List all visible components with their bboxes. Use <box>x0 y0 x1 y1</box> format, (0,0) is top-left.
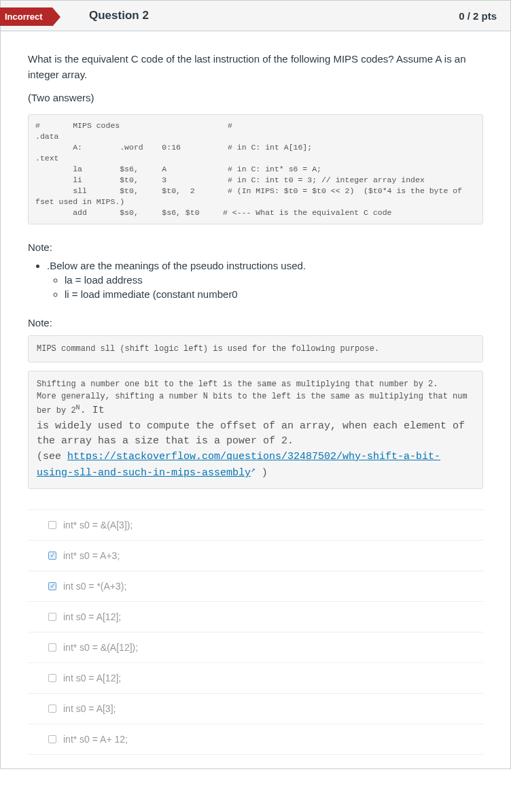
sll-explanation-box: Shifting a number one bit to the left is… <box>28 371 483 489</box>
pseudo-la: la = load address <box>65 274 483 286</box>
pseudo-li: li = load immediate (constant number0 <box>65 288 483 300</box>
shift-line-3a: ber by 2 <box>37 406 76 416</box>
shift-big-2a: (see <box>37 451 67 462</box>
shift-line-3b: . It <box>80 405 105 416</box>
answer-option[interactable]: int* s0 = A+3; <box>28 541 483 571</box>
mips-code-block: # MIPS codes # .data A: .word 0:16 # in … <box>28 114 483 225</box>
answer-label: int s0 = A[3]; <box>63 703 116 714</box>
answer-option[interactable]: int* s0 = A+ 12; <box>28 724 483 755</box>
answer-option[interactable]: int s0 = A[12]; <box>28 602 483 632</box>
checkbox-icon <box>48 521 56 529</box>
note-2-heading: Note: <box>28 317 483 328</box>
answer-label: int* s0 = A+3; <box>63 550 120 561</box>
answer-option[interactable]: int s0 = A[12]; <box>28 663 483 694</box>
question-title: Question 2 <box>89 9 149 22</box>
answer-label: int s0 = *(A+3); <box>63 581 126 592</box>
sll-purpose-box: MIPS command sll (shift logic left) is u… <box>28 335 483 362</box>
note-1-heading: Note: <box>28 241 483 253</box>
answer-option[interactable]: int s0 = A[3]; <box>28 694 483 724</box>
prompt-line-2: (Two answers) <box>28 90 483 106</box>
answer-label: int* s0 = &(A[12]); <box>63 642 138 653</box>
answer-label: int* s0 = A+ 12; <box>63 734 128 745</box>
answer-label: int s0 = A[12]; <box>63 611 121 622</box>
checkbox-icon <box>48 613 56 621</box>
answer-option[interactable]: int* s0 = &(A[3]); <box>28 510 483 541</box>
checkbox-icon <box>48 582 56 590</box>
pseudo-instructions-list: .Below are the meanings of the pseudo in… <box>28 260 483 300</box>
question-body: What is the equivalent C code of the las… <box>1 31 510 768</box>
answer-label: int s0 = A[12]; <box>63 673 121 683</box>
answer-label: int* s0 = &(A[3]); <box>63 520 133 530</box>
question-header: Question 2 0 / 2 pts <box>1 1 510 31</box>
answer-option[interactable]: int s0 = *(A+3); <box>28 571 483 602</box>
external-link-icon: ↗ <box>251 466 256 474</box>
shift-big-2b: ) <box>256 467 268 479</box>
checkbox-icon <box>48 705 56 713</box>
prompt-line-1: What is the equivalent C code of the las… <box>28 52 483 82</box>
question-points: 0 / 2 pts <box>459 10 497 22</box>
shift-line-1: Shifting a number one bit to the left is… <box>37 379 438 389</box>
checkbox-icon <box>48 735 56 743</box>
pseudo-intro: .Below are the meanings of the pseudo in… <box>47 260 483 300</box>
answer-option[interactable]: int* s0 = &(A[12]); <box>28 632 483 663</box>
question-container: Incorrect Question 2 0 / 2 pts What is t… <box>0 0 511 769</box>
question-prompt: What is the equivalent C code of the las… <box>28 52 483 106</box>
incorrect-flag: Incorrect <box>0 7 52 26</box>
shift-line-2: More generally, shifting a number N bits… <box>37 392 468 401</box>
shift-big-1: is widely used to compute the offset of … <box>37 420 465 447</box>
checkbox-icon <box>48 643 56 652</box>
stackoverflow-link[interactable]: https://stackoverflow.com/questions/3248… <box>37 451 440 479</box>
answer-list: int* s0 = &(A[3]); int* s0 = A+3; int s0… <box>28 509 483 755</box>
checkbox-icon <box>48 552 56 560</box>
checkbox-icon <box>48 674 56 682</box>
